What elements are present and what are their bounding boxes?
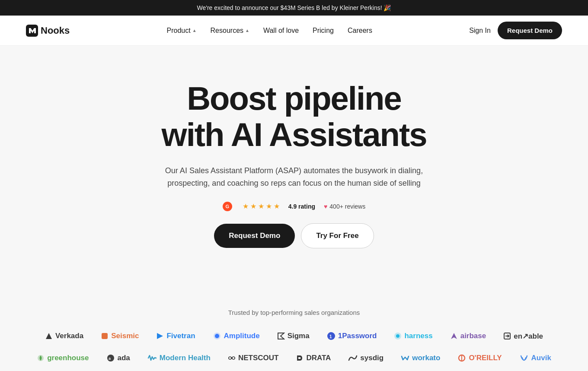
logo-link[interactable]: Nooks (26, 25, 70, 37)
svg-marker-34 (157, 333, 163, 339)
svg-marker-32 (46, 333, 52, 339)
amplitude-icon (213, 332, 221, 340)
hero-rating: G ★ ★ ★ ★ ★ 4.9 rating ♥ 400+ reviews (9, 202, 579, 211)
svg-point-36 (215, 334, 219, 338)
logo-harness: harness (394, 332, 432, 340)
request-demo-nav-button[interactable]: Request Demo (498, 22, 562, 39)
logo-netscout: NETSCOUT (228, 354, 279, 362)
svg-point-48 (232, 357, 235, 359)
ada-icon: a (106, 354, 115, 362)
hero-cta: Request Demo Try For Free (214, 223, 374, 248)
logo-1password: 1 1Password (327, 332, 377, 340)
drata-icon (296, 354, 304, 362)
greenhouse-icon (37, 354, 45, 362)
logos-row-2: greenhouse a ada Modern Health NETSCOUT … (26, 354, 562, 362)
request-demo-hero-button[interactable]: Request Demo (214, 224, 295, 248)
oreilly-icon (457, 354, 466, 362)
reviews-text: 400+ reviews (329, 203, 365, 210)
nav-item-resources[interactable]: Resources ▲ (211, 27, 249, 35)
logo-modernhealth: Modern Health (147, 354, 211, 362)
hero-title: Boost pipeline with AI Assistants (9, 80, 579, 152)
product-chevron-icon: ▲ (192, 28, 197, 33)
1password-icon: 1 (327, 332, 336, 340)
nav-item-pricing[interactable]: Pricing (313, 27, 334, 35)
enable-icon (503, 332, 511, 340)
nav-item-wall-of-love[interactable]: Wall of love (263, 27, 299, 35)
sigma-icon (277, 332, 285, 340)
resources-chevron-icon: ▲ (245, 28, 249, 33)
logo-icon (26, 25, 38, 37)
airbase-icon (450, 332, 458, 340)
trusted-section: Trusted by top-performing sales organiza… (0, 283, 588, 371)
rating-stars: ★ ★ ★ ★ ★ (243, 202, 280, 210)
fivetran-icon (156, 332, 164, 340)
star-4: ★ (266, 202, 272, 210)
harness-icon (394, 332, 402, 340)
sign-in-button[interactable]: Sign In (469, 27, 491, 35)
verkada-icon (45, 332, 53, 340)
try-free-button[interactable]: Try For Free (301, 223, 374, 248)
nav-actions: Sign In Request Demo (469, 22, 562, 39)
logo-sigma: Sigma (277, 332, 310, 340)
sysdig-icon (348, 354, 358, 362)
star-2: ★ (250, 202, 256, 210)
nav-item-product[interactable]: Product ▲ (167, 27, 197, 35)
logo-sysdig: sysdig (348, 354, 383, 362)
star-3: ★ (258, 202, 264, 210)
logo-enable: en↗able (503, 332, 543, 341)
nav-item-careers[interactable]: Careers (348, 27, 372, 35)
announcement-bar: We're excited to announce our $43M Serie… (0, 0, 588, 16)
navbar: Nooks Product ▲ Resources ▲ Wall of love… (0, 16, 588, 46)
logo-auvik: Auvik (519, 354, 551, 362)
svg-point-41 (396, 334, 399, 338)
logo-drata: DRATA (296, 354, 331, 362)
logo-text: Nooks (41, 25, 70, 36)
reviews-count: ♥ 400+ reviews (324, 203, 365, 210)
heart-icon: ♥ (324, 203, 327, 210)
logo-verkada: Verkada (45, 332, 83, 340)
workato-icon (401, 354, 409, 362)
logo-airbase: airbase (450, 332, 486, 340)
logo-oreilly: O'REILLY (457, 354, 502, 362)
svg-marker-37 (278, 333, 284, 339)
logo-fivetran: Fivetran (156, 332, 195, 340)
logo-ada: a ada (106, 354, 130, 362)
star-1: ★ (243, 202, 249, 210)
logo-seismic: Seismic (101, 332, 139, 340)
svg-rect-33 (102, 333, 108, 339)
logo-greenhouse: greenhouse (37, 354, 89, 362)
modernhealth-icon (147, 354, 157, 362)
rating-score: 4.9 rating (288, 203, 315, 210)
logo-workato: workato (401, 354, 440, 362)
announcement-text: We're excited to announce our $43M Serie… (197, 4, 391, 11)
svg-point-47 (229, 357, 231, 359)
nav-links: Product ▲ Resources ▲ Wall of love Prici… (167, 27, 372, 35)
g2-badge: G (223, 202, 232, 211)
hero-section: Boost pipeline with AI Assistants Our AI… (0, 46, 588, 283)
seismic-icon (101, 332, 109, 340)
logos-row-1: Verkada Seismic Fivetran Amplitude Sigma… (26, 332, 562, 341)
svg-text:1: 1 (329, 334, 332, 339)
logo-amplitude: Amplitude (213, 332, 260, 340)
auvik-icon (519, 354, 529, 362)
hero-subtitle: Our AI Sales Assistant Platform (ASAP) a… (147, 165, 441, 190)
trusted-title: Trusted by top-performing sales organiza… (26, 309, 562, 316)
star-5: ★ (274, 202, 280, 210)
netscout-icon (228, 354, 236, 362)
